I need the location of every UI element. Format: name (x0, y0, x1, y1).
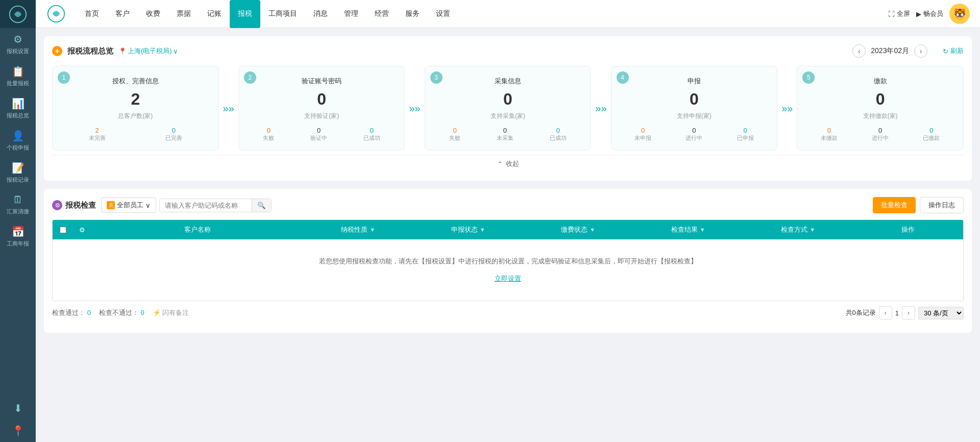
next-page-button[interactable]: › (902, 306, 915, 320)
step-2-stat-1: 0 验证中 (310, 127, 327, 142)
check-pass-link[interactable]: 0 (87, 309, 91, 316)
step-5-stat-1-val: 0 (872, 127, 889, 134)
fullscreen-button[interactable]: ⛶ 全屏 (888, 9, 910, 18)
setup-link[interactable]: 立即设置 (495, 275, 521, 282)
member-button[interactable]: ▶ 畅会员 (916, 9, 943, 18)
check-pass-stat: 检查通过： 0 (52, 308, 91, 317)
nav-manage[interactable]: 管理 (336, 0, 366, 28)
step-1-stat-0: 2 未完善 (89, 127, 106, 142)
steps-row: 1 授权、完善信息 2 总客户数(家) 2 未完善 0 已完善 (52, 66, 964, 151)
sidebar-item-download[interactable]: ⬇ (0, 397, 36, 420)
prev-month-button[interactable]: ‹ (852, 44, 866, 58)
step-4-label: 支持申报(家) (618, 112, 771, 120)
search-input[interactable] (160, 199, 252, 212)
arrow-3-4: »» (591, 66, 610, 151)
video-icon: ▶ (916, 10, 921, 18)
step-2-num: 2 (244, 71, 256, 84)
step-2-stat-1-lbl: 验证中 (310, 134, 327, 142)
step-3-stat-1-lbl: 未采集 (497, 134, 513, 142)
step-2-count: 0 (245, 90, 399, 109)
step-4-stat-2-lbl: 已申报 (737, 134, 754, 142)
select-all-checkbox[interactable] (60, 227, 66, 233)
collapse-button[interactable]: ⌃ 收起 (52, 155, 964, 173)
nav-operation[interactable]: 经营 (366, 0, 397, 28)
nav-customer[interactable]: 客户 (107, 0, 138, 28)
step-1-stat-1-lbl: 已完善 (165, 134, 182, 142)
employee-icon: 员 (107, 201, 115, 209)
step-4-stats: 0 未申报 0 进行中 0 已申报 (618, 127, 771, 142)
step-2-stat-1-val: 0 (310, 127, 327, 134)
nav-settings[interactable]: 设置 (428, 0, 458, 28)
step-1-stat-0-lbl: 未完善 (89, 134, 106, 142)
nav-message[interactable]: 消息 (305, 0, 336, 28)
nav-tax[interactable]: 报税 (230, 0, 260, 28)
step-4-num: 4 (617, 71, 629, 84)
sidebar-item-tax-settings[interactable]: ⚙ 报税设置 (0, 28, 36, 60)
th-check-result[interactable]: 检查结果 ▼ (633, 220, 744, 239)
mascot-avatar[interactable]: 🐯 (949, 4, 970, 24)
operation-log-button[interactable]: 操作日志 (920, 197, 964, 213)
step-2-label: 支持验证(家) (245, 112, 399, 120)
pay-status-filter-icon: ▼ (590, 227, 595, 233)
th-checkbox[interactable] (53, 220, 73, 239)
step-1-label: 总客户数(家) (59, 112, 212, 120)
step-4-count: 0 (618, 90, 771, 109)
sidebar-item-batch-tax[interactable]: 📋 批量报税 (0, 60, 36, 92)
page-size-select[interactable]: 30 条/页 50 条/页 100 条/页 (918, 307, 964, 320)
nav-home[interactable]: 首页 (77, 0, 107, 28)
tax-overview-icon: 📊 (12, 97, 24, 110)
step-3-label: 支持采集(家) (431, 112, 585, 120)
nav-fee[interactable]: 收费 (138, 0, 168, 28)
process-overview-card: + 报税流程总览 📍 上海(电子税局) ∨ ‹ 2023年02月 › ↻ 刷新 (44, 36, 972, 181)
step-3-stat-0-val: 0 (449, 127, 460, 134)
section-title: ⊙ 报税检查 (52, 200, 96, 210)
table-footer: 检查通过： 0 检查不通过： 0 ⚡ 闪有备注 共0条记录 ‹ 1 › (52, 301, 964, 325)
th-pay-status[interactable]: 缴费状态 ▼ (523, 220, 633, 239)
next-month-button[interactable]: › (914, 44, 927, 58)
step-3-stat-2: 0 已成功 (550, 127, 567, 142)
empty-message: 若您想使用报税检查功能，请先在【报税设置】中进行报税的初化设置，完成密码验证和信… (309, 244, 707, 296)
sidebar-item-annual-report[interactable]: 📅 工商年报 (0, 220, 36, 253)
process-title: 报税流程总览 (67, 46, 113, 56)
tax-settings-icon: ⚙ (13, 33, 22, 45)
download-icon: ⬇ (14, 402, 22, 414)
sidebar-item-tax-record[interactable]: 📝 报税记录 (0, 157, 36, 189)
step-5-label: 支持缴款(家) (803, 112, 957, 120)
th-tax-type[interactable]: 纳税性质 ▼ (303, 220, 413, 239)
th-check-method[interactable]: 检查方式 ▼ (743, 220, 853, 239)
location-pin-icon: 📍 (118, 47, 127, 55)
step-3-card: 3 采集信息 0 支持采集(家) 0 失败 0 未采集 (425, 66, 592, 151)
actions-right: 批量检查 操作日志 (873, 197, 964, 213)
table-body: 若您想使用报税检查功能，请先在【报税设置】中进行报税的初化设置，完成密码验证和信… (53, 239, 963, 301)
step-1-num: 1 (58, 71, 70, 84)
nav-business[interactable]: 工商项目 (260, 0, 305, 28)
search-button[interactable]: 🔍 (252, 199, 271, 212)
step-2-stat-0-val: 0 (263, 127, 274, 134)
step-2-stat-2-val: 0 (363, 127, 380, 134)
nav-accounting[interactable]: 记账 (199, 0, 230, 28)
step-3-stat-1-val: 0 (497, 127, 513, 134)
check-fail-link[interactable]: 0 (140, 309, 144, 316)
step-1-stats: 2 未完善 0 已完善 (59, 127, 212, 142)
chevron-down-icon: ∨ (173, 47, 178, 55)
nav-invoice[interactable]: 票据 (168, 0, 199, 28)
location-selector[interactable]: 📍 上海(电子税局) ∨ (118, 46, 178, 56)
declare-status-filter-icon: ▼ (480, 227, 485, 233)
sidebar-item-annual-settlement[interactable]: 🗓 汇算清缴 (0, 189, 36, 220)
step-2-stat-2-lbl: 已成功 (363, 134, 380, 142)
step-2-title: 验证账号密码 (245, 77, 399, 86)
topnav-right: ⛶ 全屏 ▶ 畅会员 🐯 (888, 4, 970, 24)
batch-check-button[interactable]: 批量检查 (873, 197, 916, 213)
step-1-stat-1: 0 已完善 (165, 127, 182, 142)
nav-service[interactable]: 服务 (397, 0, 428, 28)
employee-filter-button[interactable]: 员 全部员工 ∨ (101, 198, 156, 213)
th-gear[interactable]: ⚙ (73, 220, 91, 239)
refresh-button[interactable]: ↻ 刷新 (943, 46, 964, 56)
th-declare-status[interactable]: 申报状态 ▼ (413, 220, 524, 239)
sidebar-item-tax-overview[interactable]: 📊 报税总览 (0, 92, 36, 125)
section-title-icon: ⊙ (52, 200, 62, 210)
step-3-stat-0: 0 失败 (449, 127, 460, 142)
sidebar-item-personal-tax[interactable]: 👤 个税申报 (0, 125, 36, 157)
first-page-button[interactable]: ‹ (879, 306, 892, 320)
sidebar-item-location[interactable]: 📍 (0, 420, 36, 442)
